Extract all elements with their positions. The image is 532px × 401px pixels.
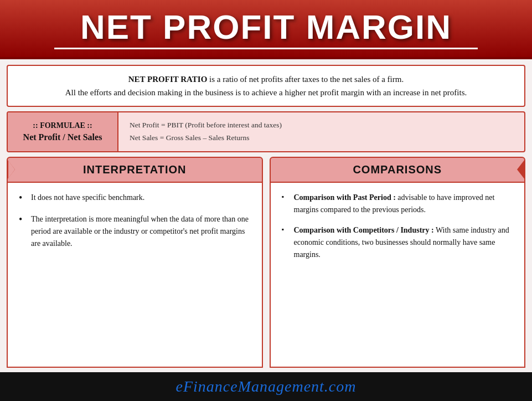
interpretation-text-1: It does not have specific benchmark. xyxy=(31,192,144,204)
formula-row: :: FORMULAE :: Net Profit / Net Sales Ne… xyxy=(7,111,525,152)
formula-line2: Net Sales = Gross Sales – Sales Returns xyxy=(130,132,513,145)
footer-text: eFinanceManagement.com xyxy=(11,378,521,395)
bullet-dot-2: • xyxy=(19,213,25,226)
comparisons-item-1: ▪ Comparison with Past Period : advisabl… xyxy=(282,192,514,215)
interpretation-item-1: • It does not have specific benchmark. xyxy=(19,192,251,204)
comparisons-header-text: COMPARISONS xyxy=(353,163,442,176)
interpretation-content: • It does not have specific benchmark. •… xyxy=(7,183,263,368)
description-line1: is a ratio of net profits after taxes to… xyxy=(207,75,404,84)
comparisons-item-2: ▪ Comparison with Competitors / Industry… xyxy=(282,224,514,260)
description-bold: NET PROFIT RATIO xyxy=(128,75,208,84)
interpretation-header-text: INTERPRETATION xyxy=(83,163,187,176)
interpretation-item-2: • The interpretation is more meaningful … xyxy=(19,213,251,249)
comparisons-list: ▪ Comparison with Past Period : advisabl… xyxy=(282,192,514,260)
interpretation-header: INTERPRETATION xyxy=(7,157,263,183)
comparisons-header: COMPARISONS xyxy=(270,157,526,183)
comparisons-text-2: Comparison with Competitors / Industry :… xyxy=(294,224,514,260)
interpretation-text-2: The interpretation is more meaningful wh… xyxy=(31,213,251,249)
comparisons-bold-1: Comparison with Past Period : xyxy=(294,193,396,202)
description-text: NET PROFIT RATIO is a ratio of net profi… xyxy=(19,73,513,99)
main-container: NET PROFIT MARGIN NET PROFIT RATIO is a … xyxy=(0,0,532,401)
footer: eFinanceManagement.com xyxy=(0,372,532,401)
formula-right: Net Profit = PBIT (Profit before interes… xyxy=(118,112,524,151)
title-banner: NET PROFIT MARGIN xyxy=(0,0,532,59)
interpretation-list: • It does not have specific benchmark. •… xyxy=(19,192,251,249)
interpretation-column: INTERPRETATION • It does not have specif… xyxy=(7,157,263,368)
main-title: NET PROFIT MARGIN xyxy=(17,10,515,44)
bullet-square-2: ▪ xyxy=(282,224,288,235)
comparisons-text-1: Comparison with Past Period : advisable … xyxy=(294,192,514,215)
formula-label: :: FORMULAE :: xyxy=(19,121,106,130)
bullet-square-1: ▪ xyxy=(282,192,288,202)
formula-value: Net Profit / Net Sales xyxy=(19,132,106,142)
formula-line1: Net Profit = PBIT (Profit before interes… xyxy=(130,119,513,132)
formula-left: :: FORMULAE :: Net Profit / Net Sales xyxy=(8,112,118,151)
title-underline xyxy=(54,48,478,49)
comparisons-column: COMPARISONS ▪ Comparison with Past Perio… xyxy=(270,157,526,368)
description-box: NET PROFIT RATIO is a ratio of net profi… xyxy=(7,65,525,107)
bullet-dot-1: • xyxy=(19,192,25,204)
comparisons-content: ▪ Comparison with Past Period : advisabl… xyxy=(270,183,526,368)
comparisons-bold-2: Comparison with Competitors / Industry : xyxy=(294,226,434,234)
two-column-section: INTERPRETATION • It does not have specif… xyxy=(7,157,525,368)
description-line2: All the efforts and decision making in t… xyxy=(65,88,467,97)
